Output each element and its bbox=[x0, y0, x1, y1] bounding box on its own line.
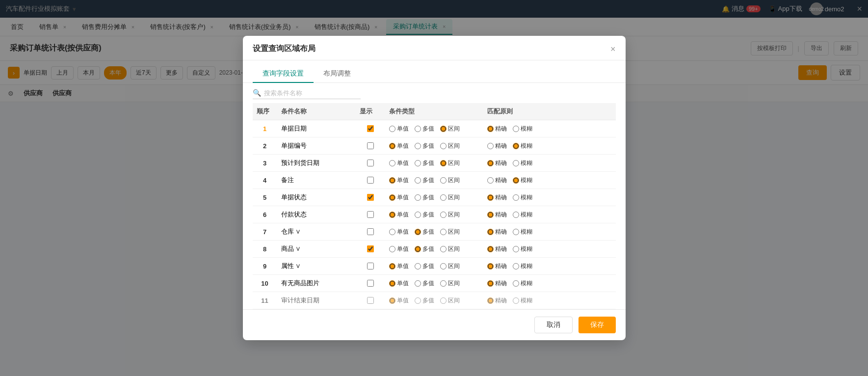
dialog-tabs: 查询字段设置 布局调整 bbox=[243, 60, 626, 83]
dialog-overlay: 设置查询区域布局 × 查询字段设置 布局调整 🔍 顺序 条件名称 显示 bbox=[0, 0, 868, 102]
dialog-header: 设置查询区域布局 × bbox=[243, 36, 626, 60]
dialog-title: 设置查询区域布局 bbox=[253, 44, 316, 54]
settings-dialog: 设置查询区域布局 × 查询字段设置 布局调整 🔍 顺序 条件名称 显示 bbox=[243, 36, 626, 102]
tab-query-fields[interactable]: 查询字段设置 bbox=[253, 65, 314, 83]
search-icon: 🔍 bbox=[253, 89, 261, 97]
search-input[interactable] bbox=[264, 89, 352, 97]
dialog-close-button[interactable]: × bbox=[610, 45, 616, 54]
search-box: 🔍 bbox=[253, 89, 361, 99]
search-area: 🔍 bbox=[243, 83, 626, 102]
tab-layout[interactable]: 布局调整 bbox=[314, 65, 361, 83]
